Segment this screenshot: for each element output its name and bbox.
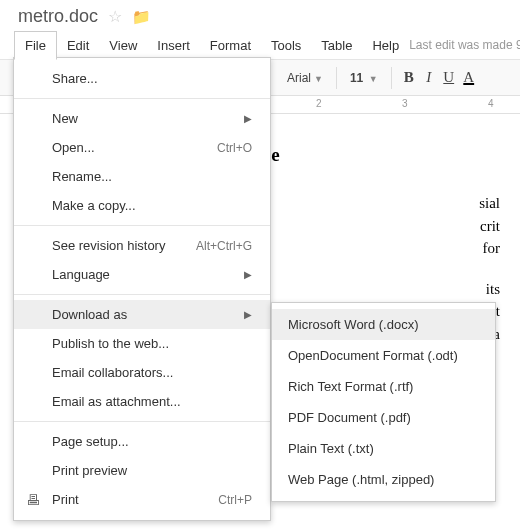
ruler-tick: 4 [488,98,494,109]
submenu-rtf[interactable]: Rich Text Format (.rtf) [272,371,495,402]
menu-share[interactable]: Share... [14,64,270,93]
font-selector[interactable]: Arial▼ [281,68,329,88]
font-size-selector[interactable]: 11 ▼ [344,71,384,85]
separator [336,67,337,89]
separator [14,294,270,295]
menu-help[interactable]: Help [362,32,409,59]
ruler-tick: 2 [316,98,322,109]
bold-button[interactable]: B [399,69,419,86]
chevron-right-icon: ▶ [244,309,252,320]
submenu-txt[interactable]: Plain Text (.txt) [272,433,495,464]
menu-table[interactable]: Table [311,32,362,59]
menu-publish-web[interactable]: Publish to the web... [14,329,270,358]
title-bar: metro.doc ☆ 📁 [0,0,520,31]
star-icon[interactable]: ☆ [108,7,122,26]
underline-button[interactable]: U [439,69,459,86]
separator [14,98,270,99]
menu-new[interactable]: New▶ [14,104,270,133]
text-color-button[interactable]: A [459,69,479,86]
submenu-odt[interactable]: OpenDocument Format (.odt) [272,340,495,371]
menu-page-setup[interactable]: Page setup... [14,427,270,456]
menu-revision-history[interactable]: See revision historyAlt+Ctrl+G [14,231,270,260]
chevron-right-icon: ▶ [244,113,252,124]
menu-tools[interactable]: Tools [261,32,311,59]
menu-file[interactable]: File [14,31,57,60]
chevron-down-icon: ▼ [314,74,323,84]
menu-format[interactable]: Format [200,32,261,59]
separator [391,67,392,89]
submenu-html[interactable]: Web Page (.html, zipped) [272,464,495,495]
menu-email-collaborators[interactable]: Email collaborators... [14,358,270,387]
document-title[interactable]: metro.doc [18,6,98,27]
separator [14,225,270,226]
folder-icon[interactable]: 📁 [132,8,151,26]
menu-edit[interactable]: Edit [57,32,99,59]
menu-insert[interactable]: Insert [147,32,200,59]
shortcut-text: Ctrl+P [218,493,252,507]
menu-bar: File Edit View Insert Format Tools Table… [0,31,520,60]
last-edit-text[interactable]: Last edit was made 9 [409,38,520,52]
menu-print[interactable]: 🖶PrintCtrl+P [14,485,270,514]
submenu-docx[interactable]: Microsoft Word (.docx) [272,309,495,340]
menu-email-attachment[interactable]: Email as attachment... [14,387,270,416]
submenu-pdf[interactable]: PDF Document (.pdf) [272,402,495,433]
download-as-submenu: Microsoft Word (.docx) OpenDocument Form… [271,302,496,502]
italic-button[interactable]: I [419,69,439,86]
shortcut-text: Ctrl+O [217,141,252,155]
menu-view[interactable]: View [99,32,147,59]
menu-print-preview[interactable]: Print preview [14,456,270,485]
file-dropdown-menu: Share... New▶ Open...Ctrl+O Rename... Ma… [13,57,271,521]
menu-make-copy[interactable]: Make a copy... [14,191,270,220]
print-icon: 🖶 [26,492,40,508]
shortcut-text: Alt+Ctrl+G [196,239,252,253]
ruler-tick: 3 [402,98,408,109]
menu-open[interactable]: Open...Ctrl+O [14,133,270,162]
separator [14,421,270,422]
menu-rename[interactable]: Rename... [14,162,270,191]
menu-language[interactable]: Language▶ [14,260,270,289]
chevron-right-icon: ▶ [244,269,252,280]
chevron-down-icon: ▼ [366,74,377,84]
menu-download-as[interactable]: Download as▶ [14,300,270,329]
